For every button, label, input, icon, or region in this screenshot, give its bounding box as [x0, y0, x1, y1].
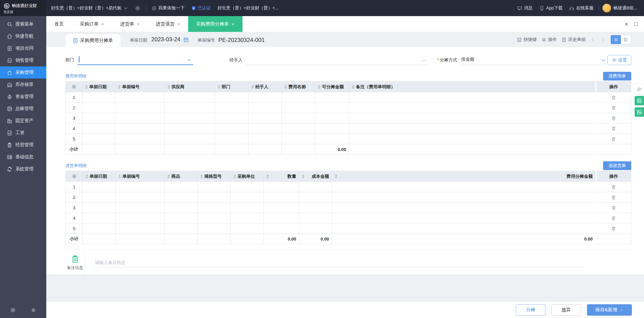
date-field[interactable]: 2023-03-24: [151, 36, 190, 44]
tab-3[interactable]: 进货退货 ×: [148, 16, 188, 32]
grid-cell[interactable]: [282, 92, 315, 103]
avatar[interactable]: [602, 4, 611, 12]
sidebar-item-11[interactable]: 基础信息: [0, 151, 46, 163]
grid-cell[interactable]: [83, 134, 115, 144]
sort-icon[interactable]: [85, 85, 88, 89]
delete-row-icon[interactable]: [611, 226, 616, 231]
attachment-button[interactable]: [635, 85, 644, 94]
sort-icon[interactable]: [251, 85, 254, 89]
grid-cell[interactable]: [299, 182, 332, 192]
grid-cell[interactable]: [83, 213, 116, 223]
list-view-button[interactable]: [611, 35, 621, 44]
sort-icon[interactable]: [233, 174, 236, 178]
grid-cell[interactable]: [231, 192, 264, 203]
sidebar-item-6[interactable]: 资金管理: [0, 91, 46, 103]
sidebar-settings-icon[interactable]: [10, 307, 16, 313]
grid-cell[interactable]: [349, 113, 596, 123]
account-combo[interactable]: 好生意（普）+好业财（普）+...: [217, 5, 278, 11]
grid-cell[interactable]: [198, 223, 231, 234]
grid-cell[interactable]: [264, 192, 299, 203]
qr-helper-button-2[interactable]: [635, 107, 644, 117]
column-header[interactable]: 单据编号: [115, 82, 165, 92]
column-header[interactable]: 数量: [264, 171, 299, 182]
grid-cell[interactable]: [83, 182, 116, 192]
close-tab-icon[interactable]: ×: [177, 22, 180, 26]
column-header[interactable]: 可分摊金额: [315, 82, 349, 92]
delete-row-icon[interactable]: [611, 205, 616, 210]
grid-cell[interactable]: [315, 113, 349, 123]
column-header[interactable]: 经手人: [249, 82, 282, 92]
column-header[interactable]: 单据日期: [83, 171, 116, 182]
allocate-button[interactable]: 分摊: [516, 304, 545, 316]
grid-cell[interactable]: [83, 92, 115, 103]
grid-cell[interactable]: [299, 192, 332, 203]
sort-icon[interactable]: [200, 174, 203, 178]
sidebar-collapse-icon[interactable]: [31, 307, 37, 313]
handler-field[interactable]: ⋯: [246, 54, 429, 65]
sidebar-item-0[interactable]: 搜索菜单: [0, 18, 46, 30]
grid-cell[interactable]: [349, 103, 596, 113]
operation-menu-button[interactable]: 操作: [541, 37, 557, 43]
app-download-button[interactable]: App下载: [539, 5, 562, 11]
delete-row-icon[interactable]: [611, 137, 616, 142]
grid-cell[interactable]: [282, 123, 315, 134]
column-header[interactable]: 费用分摊金额: [332, 171, 596, 182]
grid-cell[interactable]: [115, 123, 165, 134]
sort-icon[interactable]: [118, 85, 121, 89]
grid-cell[interactable]: [165, 103, 215, 113]
grid-cell[interactable]: [165, 134, 215, 144]
grid-cell[interactable]: [231, 223, 264, 234]
grid-cell[interactable]: [299, 223, 332, 234]
column-header[interactable]: 部门: [215, 82, 249, 92]
grid-cell[interactable]: [83, 113, 115, 123]
product-combo[interactable]: 好生意（普）+好业财（普）+易代账: [51, 5, 128, 11]
tab-0[interactable]: 首页: [46, 16, 72, 32]
sort-icon[interactable]: [284, 85, 287, 89]
sort-icon[interactable]: [318, 85, 321, 89]
grid-cell[interactable]: [115, 134, 165, 144]
delete-row-icon[interactable]: [611, 126, 616, 131]
grid-cell[interactable]: [215, 92, 249, 103]
grid-cell[interactable]: [249, 92, 282, 103]
settings-quick[interactable]: [135, 5, 141, 11]
sort-icon[interactable]: [352, 85, 355, 89]
next-doc-button[interactable]: [600, 37, 606, 42]
grid-cell[interactable]: [215, 123, 249, 134]
history-docs-button[interactable]: 历史单据: [561, 37, 586, 43]
grid-cell[interactable]: [249, 123, 282, 134]
chevron-down-icon[interactable]: [123, 6, 128, 11]
dept-input[interactable]: [77, 57, 186, 64]
column-settings-button[interactable]: [66, 82, 83, 92]
column-header[interactable]: 规格型号: [198, 171, 231, 182]
sidebar-item-1[interactable]: 快捷导航: [0, 30, 46, 42]
grid-cell[interactable]: [165, 203, 198, 213]
grid-cell[interactable]: [198, 203, 231, 213]
grid-cell[interactable]: [165, 92, 215, 103]
grid-cell[interactable]: [249, 113, 282, 123]
grid-cell[interactable]: [198, 182, 231, 192]
column-header[interactable]: 供应商: [165, 82, 215, 92]
column-header[interactable]: 备注（费用单明细）: [349, 82, 596, 92]
certified-badge[interactable]: 已认证: [191, 5, 211, 11]
grid-cell[interactable]: [165, 113, 215, 123]
grid-cell[interactable]: [332, 192, 596, 203]
fullscreen-icon[interactable]: [634, 21, 639, 26]
calendar-icon[interactable]: [183, 37, 189, 43]
grid-cell[interactable]: [332, 182, 596, 192]
sidebar-item-12[interactable]: 系统管理: [0, 163, 46, 175]
column-settings-button[interactable]: [66, 171, 83, 182]
sidebar-item-9[interactable]: 工资: [0, 127, 46, 139]
delete-row-icon[interactable]: [611, 184, 616, 190]
grid-cell[interactable]: [231, 213, 264, 223]
close-tab-icon[interactable]: ×: [101, 22, 104, 26]
gear-icon[interactable]: [135, 5, 141, 11]
column-header[interactable]: 成本金额: [299, 171, 332, 182]
sidebar-item-4[interactable]: 采购管理: [0, 66, 46, 78]
sort-icon[interactable]: [167, 174, 170, 178]
alloc-value[interactable]: 按金额: [461, 56, 601, 65]
chevron-down-icon[interactable]: [186, 57, 192, 63]
delete-row-icon[interactable]: [611, 105, 616, 110]
grid-cell[interactable]: [332, 203, 596, 213]
grid-cell[interactable]: [264, 182, 299, 192]
save-and-new-button[interactable]: 保存&新增: [587, 304, 632, 316]
